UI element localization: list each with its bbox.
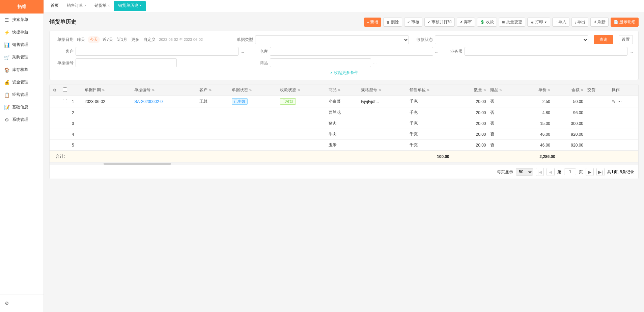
sort-payment-status-icon[interactable]: ⇅ xyxy=(298,88,300,92)
col-qty[interactable]: 数量 ⇅ xyxy=(456,84,488,96)
collect-button[interactable]: 💲 收款 xyxy=(477,18,497,27)
select-all-checkbox[interactable] xyxy=(63,87,67,92)
page-first-btn[interactable]: |◀ xyxy=(536,168,544,176)
print-button[interactable]: 🖨 打印 ▼ xyxy=(527,18,550,27)
shortcut-yesterday[interactable]: 昨天 xyxy=(76,36,86,43)
row-checkbox-col[interactable] xyxy=(60,96,70,107)
shortcut-1month[interactable]: 近1月 xyxy=(116,36,129,43)
sidebar-item-search-menu[interactable]: ☰ 搜索菜单 xyxy=(0,14,44,26)
col-spec[interactable]: 规格型号 ⇅ xyxy=(359,84,408,96)
shortcut-7days[interactable]: 近7天 xyxy=(101,36,114,43)
sidebar-item-inventory[interactable]: 🏠 库存核算 xyxy=(0,63,44,76)
row-checkbox[interactable] xyxy=(63,99,67,103)
horizontal-scrollbar[interactable] xyxy=(50,162,638,165)
goods-dots[interactable]: ... xyxy=(373,60,376,65)
col-doc-status[interactable]: 单据状态 ⇅ xyxy=(230,84,278,96)
abandon-button[interactable]: ✗ 弃审 xyxy=(457,18,475,27)
sidebar-item-quick-nav[interactable]: ⚡ 快捷导航 xyxy=(0,26,44,38)
sort-date-icon[interactable]: ⇅ xyxy=(102,88,105,92)
row-checkbox-col[interactable] xyxy=(60,107,70,118)
shortcut-today[interactable]: 今天 xyxy=(88,36,100,43)
sidebar-item-sales-mgmt[interactable]: 📊 销售管理 xyxy=(0,38,44,51)
col-amount[interactable]: 金额 ⇅ xyxy=(552,84,585,96)
sort-amount-icon[interactable]: ⇅ xyxy=(581,88,583,92)
sidebar-item-finance-mgmt[interactable]: 💰 资金管理 xyxy=(0,76,44,88)
col-payment-status[interactable]: 收款状态 ⇅ xyxy=(278,84,327,96)
sidebar-item-basic-info[interactable]: 📝 基础信息 xyxy=(0,101,44,113)
collapse-btn[interactable]: ∧ 收起更多条件 xyxy=(55,70,633,76)
export-button[interactable]: ↓ 导出 xyxy=(571,18,589,27)
more-action-icon[interactable]: ⋯ xyxy=(617,99,622,104)
sort-doc-status-icon[interactable]: ⇅ xyxy=(249,88,252,92)
per-page-select[interactable]: 50 100 xyxy=(516,168,533,176)
doc-no-link[interactable]: SA-20230602-0 xyxy=(134,99,163,104)
audit-button[interactable]: ✓ 审核 xyxy=(404,18,422,27)
tab-sales-history[interactable]: 销货单历史 × xyxy=(114,1,146,11)
collapse-label: 收起更多条件 xyxy=(334,70,358,76)
filter-row-2: 客户 ... 仓库 ... 业务员 ... xyxy=(55,47,633,56)
sidebar-item-ops-mgmt[interactable]: 📋 经营管理 xyxy=(0,88,44,101)
sort-spec-icon[interactable]: ⇅ xyxy=(379,88,381,92)
edit-action-icon[interactable]: ✎ xyxy=(612,99,615,104)
row-checkbox-col[interactable] xyxy=(60,140,70,151)
date-range: 2023-06-02 至 2023-06-02 xyxy=(159,37,203,42)
col-doc-no[interactable]: 单据编号 ⇅ xyxy=(132,84,197,96)
row-checkbox-col[interactable] xyxy=(60,129,70,140)
warehouse-input[interactable] xyxy=(270,47,433,56)
delete-button[interactable]: 🗑 删除 xyxy=(383,18,402,27)
goods-input[interactable] xyxy=(270,58,371,67)
col-customer[interactable]: 客户 ⇅ xyxy=(197,84,229,96)
col-date[interactable]: 单据日期 ⇅ xyxy=(83,84,133,96)
tab-sales-goods-close[interactable]: × xyxy=(108,4,110,7)
page-input[interactable] xyxy=(564,168,576,175)
col-unit[interactable]: 销售单位 ⇅ xyxy=(408,84,456,96)
refresh-button[interactable]: ↺ 刷新 xyxy=(590,18,609,27)
sort-customer-icon[interactable]: ⇅ xyxy=(209,88,212,92)
row-checkbox-col[interactable] xyxy=(60,118,70,129)
tab-sales-goods[interactable]: 销货单 × xyxy=(90,1,114,11)
sort-doc-no-icon[interactable]: ⇅ xyxy=(152,88,155,92)
add-button[interactable]: + 新增 xyxy=(364,18,381,27)
show-detail-button[interactable]: 📄 显示明细 xyxy=(611,18,639,27)
shortcut-custom[interactable]: 自定义 xyxy=(142,36,157,43)
batch-change-button[interactable]: ⊞ 批量变更 xyxy=(499,18,525,27)
page-last-btn[interactable]: ▶| xyxy=(596,168,605,176)
tab-sales-history-close[interactable]: × xyxy=(140,4,142,7)
col-settings[interactable]: ⚙ xyxy=(50,84,60,96)
sidebar-item-purchase-mgmt[interactable]: 🛒 采购管理 xyxy=(0,51,44,63)
tab-home[interactable]: 首页 xyxy=(47,1,63,11)
tab-sales-order-close[interactable]: × xyxy=(84,4,86,7)
search-menu-icon: ☰ xyxy=(4,17,9,23)
payment-badge: 已收款 xyxy=(280,98,296,105)
sort-qty-icon[interactable]: ⇅ xyxy=(483,88,486,92)
col-gift[interactable]: 赠品 ⇅ xyxy=(488,84,520,96)
salesperson-dots[interactable]: ... xyxy=(629,49,633,54)
col-price[interactable]: 单价 ⇅ xyxy=(520,84,552,96)
sort-unit-icon[interactable]: ⇅ xyxy=(427,88,429,92)
audit-print-button[interactable]: ✓ 审核并打印 xyxy=(424,18,455,27)
scrollbar-thumb[interactable] xyxy=(104,163,171,165)
filter-group-date: 单据日期 昨天 今天 近7天 近1月 更多 自定义 2023-06-02 至 2… xyxy=(55,36,229,43)
sort-price-icon[interactable]: ⇅ xyxy=(548,88,550,92)
doc-no-input[interactable] xyxy=(76,58,177,67)
sort-gift-icon[interactable]: ⇅ xyxy=(499,88,502,92)
tab-sales-order[interactable]: 销售订单 × xyxy=(63,1,90,11)
payment-status-select[interactable] xyxy=(435,35,588,44)
settings-filter-button[interactable]: 设置 xyxy=(619,35,633,44)
page-prev-btn[interactable]: ◀ xyxy=(547,168,555,176)
col-goods[interactable]: 商品 ⇅ xyxy=(327,84,359,96)
page-next-btn[interactable]: ▶ xyxy=(586,168,594,176)
sidebar-settings-btn[interactable]: ⚙ xyxy=(0,297,44,309)
query-label: 查询 xyxy=(599,37,608,43)
salesperson-input[interactable] xyxy=(465,47,627,56)
doc-type-select[interactable] xyxy=(255,35,409,44)
customer-input[interactable] xyxy=(76,47,239,56)
sort-goods-icon[interactable]: ⇅ xyxy=(338,88,340,92)
col-checkbox[interactable] xyxy=(60,84,70,96)
customer-dots[interactable]: ... xyxy=(241,49,244,54)
warehouse-dots[interactable]: ... xyxy=(435,49,439,54)
sidebar-item-sys-mgmt[interactable]: ⚙ 系统管理 xyxy=(0,113,44,126)
shortcut-more[interactable]: 更多 xyxy=(130,36,141,43)
import-button[interactable]: ↑ 导入 xyxy=(552,18,569,27)
query-button[interactable]: 查询 xyxy=(594,35,613,44)
